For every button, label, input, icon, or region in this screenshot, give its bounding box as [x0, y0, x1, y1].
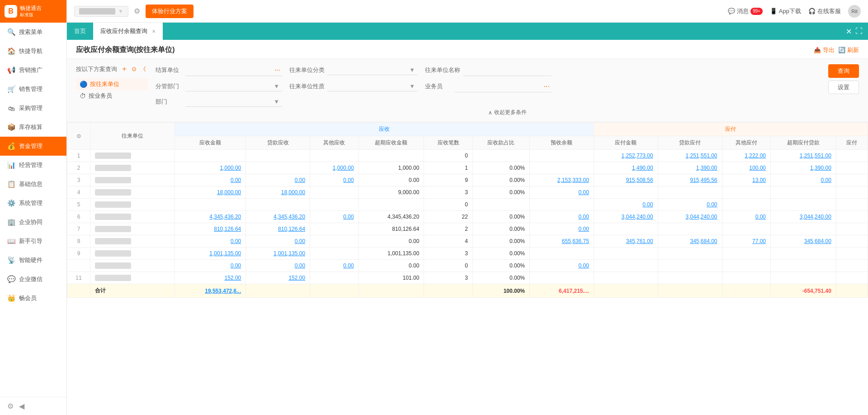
tab-close-icon[interactable]: ✕ — [152, 29, 156, 34]
table-cell[interactable]: 0.00 — [246, 235, 310, 248]
table-cell[interactable] — [246, 150, 310, 162]
sidebar-item-operations[interactable]: 📊 经营管理 — [0, 156, 66, 175]
filter-settlement-input[interactable] — [187, 65, 274, 75]
table-cell[interactable] — [658, 260, 722, 272]
table-cell[interactable]: 0.00 — [310, 260, 359, 272]
table-cell[interactable]: 1,251,551.00 — [770, 150, 836, 162]
table-cell[interactable]: 1,001,135.00 — [246, 248, 310, 260]
table-cell[interactable]: 1,390.00 — [770, 162, 836, 174]
promo-button[interactable]: 体验行业方案 — [146, 5, 193, 18]
salesperson-ellipsis-icon[interactable]: ··· — [544, 82, 550, 91]
sidebar-item-purchase[interactable]: 🛍 采购管理 — [0, 99, 66, 118]
table-cell[interactable] — [770, 223, 836, 235]
sidebar-item-vip[interactable]: 👑 畅会员 — [0, 289, 66, 308]
table-cell[interactable] — [310, 150, 359, 162]
subnav-by-unit[interactable]: 🔵 按往来单位 — [76, 78, 148, 90]
sidebar-item-inventory[interactable]: 📦 库存核算 — [0, 118, 66, 137]
table-cell[interactable]: 0.00 — [246, 174, 310, 186]
table-cell[interactable] — [246, 162, 310, 174]
filter-unit-name-input[interactable] — [465, 65, 550, 75]
sidebar-item-guide[interactable]: 📖 新手引导 — [0, 232, 66, 251]
table-cell[interactable]: 1,000.00 — [310, 162, 359, 174]
table-cell[interactable] — [530, 150, 594, 162]
table-cell[interactable] — [594, 260, 658, 272]
table-settings-icon[interactable]: ⚙ — [72, 129, 85, 143]
table-cell[interactable] — [594, 223, 658, 235]
table-cell[interactable] — [310, 235, 359, 248]
table-cell[interactable] — [770, 186, 836, 199]
table-cell[interactable]: 77.00 — [722, 235, 770, 248]
filter-settings-icon[interactable]: ⊙ — [132, 66, 137, 72]
tab-home[interactable]: 首页 — [67, 23, 93, 40]
filter-dept-select[interactable]: ▼ — [185, 81, 282, 91]
table-cell[interactable] — [175, 150, 245, 162]
table-cell[interactable]: 915,495.56 — [658, 174, 722, 186]
table-cell[interactable]: 0.00 — [530, 223, 594, 235]
export-button[interactable]: 📤 导出 — [814, 46, 835, 54]
table-cell[interactable]: 3,044,240.00 — [770, 211, 836, 223]
sidebar-item-sales[interactable]: 🛒 销售管理 — [0, 80, 66, 99]
table-cell[interactable]: 18,000.00 — [246, 186, 310, 199]
sidebar-item-search[interactable]: 🔍 搜索菜单 — [0, 23, 66, 42]
table-cell[interactable]: 915,508.56 — [594, 174, 658, 186]
table-cell[interactable]: 0.00 — [175, 235, 245, 248]
sidebar-item-finance[interactable]: 💰 资金管理 — [0, 137, 66, 156]
sidebar-item-basics[interactable]: 📋 基础信息 — [0, 175, 66, 194]
table-cell[interactable] — [310, 223, 359, 235]
table-cell[interactable] — [770, 248, 836, 260]
table-cell[interactable]: 2,153,333.00 — [530, 174, 594, 186]
table-cell[interactable]: 3,044,240.00 — [658, 211, 722, 223]
table-cell[interactable]: 810,126.64 — [175, 223, 245, 235]
table-cell[interactable]: 655,636.75 — [530, 235, 594, 248]
table-cell[interactable]: 1,000.00 — [175, 162, 245, 174]
table-cell[interactable]: 0.00 — [246, 260, 310, 272]
table-cell[interactable]: 0.00 — [594, 199, 658, 211]
table-cell[interactable] — [594, 248, 658, 260]
subnav-by-salesperson[interactable]: ⏱ 按业务员 — [76, 90, 148, 102]
table-cell[interactable] — [658, 186, 722, 199]
table-cell[interactable]: 100.00 — [722, 162, 770, 174]
tab-close-all-icon[interactable]: ✕ — [846, 27, 852, 36]
sidebar-item-system[interactable]: ⚙️ 系统管理 — [0, 194, 66, 213]
table-cell[interactable]: 1,252,773.00 — [594, 150, 658, 162]
settings-bottom-icon[interactable]: ⚙ — [7, 402, 14, 410]
table-cell[interactable]: 4,345,436.20 — [246, 211, 310, 223]
filter-add-icon[interactable]: ＋ — [121, 64, 128, 74]
table-cell[interactable]: 3,044,240.00 — [594, 211, 658, 223]
filter-collapse-left-icon[interactable]: 《 — [140, 65, 146, 73]
footer-ar-amount[interactable]: 19,553,472,6... — [175, 284, 245, 298]
table-cell[interactable] — [530, 162, 594, 174]
table-cell[interactable]: 4,345,436.20 — [175, 211, 245, 223]
table-cell[interactable] — [594, 272, 658, 284]
filter-unit-category-select[interactable]: ▼ — [327, 65, 418, 75]
table-cell[interactable]: 18,000.00 — [175, 186, 245, 199]
table-cell[interactable]: 0.00 — [175, 260, 245, 272]
table-cell[interactable]: 0.00 — [658, 199, 722, 211]
tab-ar-ap[interactable]: 应收应付余额查询 ✕ — [93, 23, 163, 40]
table-cell[interactable] — [658, 248, 722, 260]
table-cell[interactable] — [310, 248, 359, 260]
topbar-gear-icon[interactable]: ⚙ — [134, 7, 140, 15]
table-cell[interactable]: 0.00 — [722, 211, 770, 223]
table-cell[interactable]: 1,001,135.00 — [175, 248, 245, 260]
messages-item[interactable]: 💬 消息 99+ — [728, 7, 763, 15]
tab-fullscreen-icon[interactable]: ⛶ — [855, 27, 863, 35]
table-cell[interactable] — [530, 248, 594, 260]
table-cell[interactable] — [722, 199, 770, 211]
table-cell[interactable] — [530, 199, 594, 211]
table-cell[interactable]: 345,684.00 — [658, 235, 722, 248]
sidebar-item-quicknav[interactable]: 🏠 快捷导航 — [0, 42, 66, 61]
table-cell[interactable]: 1,490.00 — [594, 162, 658, 174]
table-cell[interactable]: 345,684.00 — [770, 235, 836, 248]
table-cell[interactable]: 152.00 — [246, 272, 310, 284]
sidebar-item-marketing[interactable]: 📢 营销推广 — [0, 61, 66, 80]
collapse-button[interactable]: ∧ 收起更多条件 — [156, 109, 859, 116]
table-cell[interactable] — [770, 272, 836, 284]
table-cell[interactable]: 152.00 — [175, 272, 245, 284]
table-cell[interactable] — [310, 272, 359, 284]
table-cell[interactable] — [658, 272, 722, 284]
refresh-button[interactable]: 🔄 刷新 — [838, 46, 859, 54]
filter-salesperson-input[interactable] — [457, 81, 544, 91]
app-download-item[interactable]: 📱 App下载 — [770, 7, 801, 15]
table-cell[interactable] — [722, 223, 770, 235]
